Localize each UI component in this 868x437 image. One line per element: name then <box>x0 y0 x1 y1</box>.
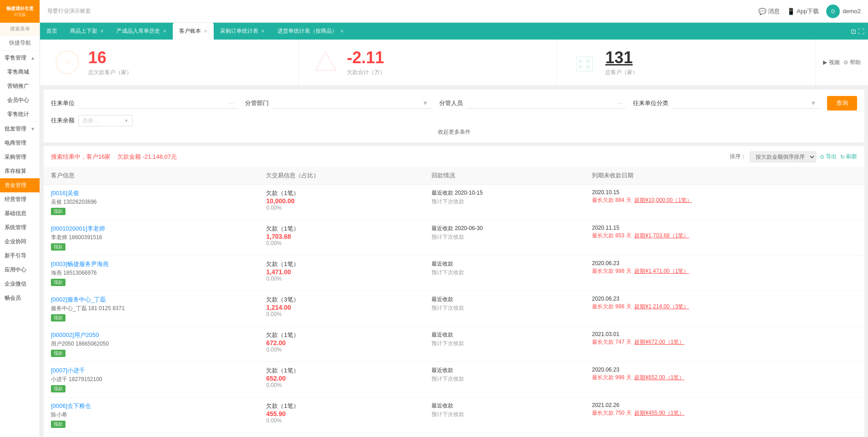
tab-bar: 首页 商品上下架 ✕ 产成品入库单历史 ✕ 客户账本 ✕ 采购订单统计表 ✕ 进… <box>40 23 868 40</box>
collapse-row: 收起更多条件 <box>51 128 857 136</box>
source-unit-input[interactable]: ··· <box>78 98 238 109</box>
customer-name[interactable]: [0016]吴俊 <box>51 189 251 197</box>
overdue-link[interactable]: 超期¥1,214.00（3笔） <box>634 303 689 310</box>
sidebar-item-ecom[interactable]: 电商管理 <box>0 136 40 150</box>
overdue-link[interactable]: 超期¥652.00（1笔） <box>634 374 684 381</box>
overdue-link[interactable]: 超期¥672.00（1笔） <box>634 339 684 345</box>
overdue-link[interactable]: 超期¥10,000.00（1笔） <box>634 197 692 203</box>
building-icon <box>571 49 598 76</box>
sidebar-item-apps[interactable]: 应用中心 <box>0 263 40 277</box>
unit-category-select[interactable]: ▼ <box>672 98 820 109</box>
filter-row-1: 往来单位 ··· 分管部门 ▼ 分管人员 <box>51 96 857 111</box>
expire-cell: 2020.06.23 最长欠款 998 天 超期¥1,471.00（1笔） <box>585 255 864 291</box>
sidebar-item-retail-mgmt[interactable]: 零售管理 ▲ <box>0 50 40 65</box>
tab-close-icon[interactable]: ✕ <box>204 29 207 34</box>
tab-home[interactable]: 首页 <box>40 23 64 40</box>
sidebar-item-quick-nav[interactable]: 快捷导航 <box>0 35 40 50</box>
table-row[interactable]: [0003]畅捷服务尹海燕 海燕 18513066976 现款 欠款（1笔） 1… <box>44 255 864 291</box>
sidebar-item-guide[interactable]: 新手引导 <box>0 249 40 263</box>
expire-cell: 2020.06.23 最长欠款 998 天 超期¥652.00（1笔） <box>585 362 864 397</box>
sidebar-item-retail-stats[interactable]: 零售统计 <box>0 107 40 121</box>
filter-row-2: 往来余额 选择... ▼ <box>51 115 857 126</box>
sidebar-item-wholesale[interactable]: 批发管理 ▼ <box>0 121 40 136</box>
debt-info-cell: 欠款（3笔） 1,214.00 0.00% <box>259 291 424 326</box>
filter-dept: 分管部门 ▼ <box>245 98 432 109</box>
export-btn[interactable]: ⊙ 导出 <box>820 153 837 161</box>
tab-inbound-history[interactable]: 产成品入库单历史 ✕ <box>110 23 173 40</box>
expire-date: 2020.06.23 <box>592 367 857 373</box>
customer-name[interactable]: [0007]小进千 <box>51 367 251 375</box>
tab-inbound-stats[interactable]: 进货单统计表（按商品） ✕ <box>271 23 350 40</box>
next-payment: 预计下次收款 <box>431 233 577 241</box>
collapse-btn[interactable]: 收起更多条件 <box>438 129 471 135</box>
table-row[interactable]: [0001020001]李老师 李老师 18600391516 现款 欠款（1笔… <box>44 220 864 255</box>
search-button[interactable]: 查询 <box>827 96 857 111</box>
expire-date: 2020.10.15 <box>592 189 857 196</box>
user-menu[interactable]: D demo2 <box>826 5 861 18</box>
tab-close-icon[interactable]: ✕ <box>100 29 104 34</box>
next-payment: 预计下次收款 <box>431 198 577 206</box>
customer-name[interactable]: [0001020001]李老师 <box>51 225 251 233</box>
avatar: D <box>826 5 840 18</box>
sort-select[interactable]: 按欠款金额倒序排序 <box>750 151 816 162</box>
expire-days: 最长欠款 998 天 超期¥1,214.00（3笔） <box>592 303 857 311</box>
main-area: 母婴行业演示账套 💬 消息 📱 App下载 D demo2 首页 商品上下架 ✕… <box>40 0 868 437</box>
search-menu-btn[interactable]: 搜索菜单 <box>0 23 40 35</box>
minimize-icon[interactable]: ⊡ <box>851 28 856 35</box>
tab-close-icon[interactable]: ✕ <box>163 29 166 34</box>
sidebar-item-system[interactable]: 系统管理 <box>0 221 40 235</box>
sidebar-item-retail-mall[interactable]: 零售商城 <box>0 65 40 79</box>
industry-label: 母婴行业演示账套 <box>47 7 91 15</box>
table-row[interactable]: [000002]用户2050 用户2050 18665062050 现款 欠款（… <box>44 326 864 362</box>
refresh-btn[interactable]: ↻ 刷新 <box>840 153 857 161</box>
tab-purchase-order-stats[interactable]: 采购订单统计表 ✕ <box>214 23 271 40</box>
debt-count: 欠款（1笔） <box>266 367 416 375</box>
message-btn[interactable]: 💬 消息 <box>758 7 780 15</box>
tab-close-icon[interactable]: ✕ <box>340 29 344 34</box>
table-row[interactable]: [0016]吴俊 吴俊 13026203696 现款 欠款（1笔） 10,000… <box>44 184 864 220</box>
sidebar-item-member2[interactable]: 畅会员 <box>0 291 40 305</box>
tab-product-listing[interactable]: 商品上下架 ✕ <box>64 23 110 40</box>
sidebar-item-purchase[interactable]: 采购管理 <box>0 150 40 164</box>
sidebar-item-operation[interactable]: 经营管理 <box>0 192 40 206</box>
sidebar-item-collab[interactable]: 企业协同 <box>0 235 40 249</box>
table-row[interactable]: [0006]去下粮仓 陈小希 现款 欠款（1笔） 455.90 0.00% 最近… <box>44 397 864 432</box>
table-row[interactable]: [0002]服务中心_丁磊 服务中心_丁磊 181 0125 8371 现款 欠… <box>44 291 864 326</box>
sidebar-item-marketing[interactable]: 营销推广 <box>0 79 40 93</box>
customer-name[interactable]: [000002]用户2050 <box>51 331 251 339</box>
view-video-btn[interactable]: ▶ 视频 <box>823 59 840 66</box>
overdue-link[interactable]: 超期¥455.90（1笔） <box>634 410 684 416</box>
maximize-icon[interactable]: ⛶ <box>858 28 864 35</box>
sidebar-item-finance[interactable]: 资金管理 <box>0 178 40 192</box>
help-btn[interactable]: ⊙ 帮助 <box>843 59 861 66</box>
chevron-down-icon-cat: ▼ <box>810 100 816 106</box>
sidebar-item-stock[interactable]: 库存核算 <box>0 164 40 178</box>
tab-customer-ledger[interactable]: 客户账本 ✕ <box>173 23 214 40</box>
sidebar-item-basic[interactable]: 基础信息 <box>0 206 40 221</box>
tab-close-icon[interactable]: ✕ <box>261 29 265 34</box>
customer-tag: 现款 <box>51 314 65 321</box>
customer-name[interactable]: [0002]服务中心_丁磊 <box>51 296 251 304</box>
table-row[interactable]: [000001]黄思源 黄思源 13552700226 现款 欠款（1笔） 42… <box>44 432 864 437</box>
expire-cell: 2020.10.15 最长欠款 884 天 超期¥10,000.00（1笔） <box>585 184 864 220</box>
table-row[interactable]: [0007]小进千 小进千 18279152100 现款 欠款（1笔） 652.… <box>44 362 864 397</box>
svg-text:!: ! <box>325 61 326 69</box>
overdue-link[interactable]: 超期¥1,471.00（1笔） <box>634 268 689 274</box>
sidebar-item-wechat[interactable]: 企业微信 <box>0 277 40 291</box>
debt-amount: 652.00 <box>266 375 416 382</box>
debt-ratio: 0.00% <box>266 205 416 211</box>
customer-info-cell: [0002]服务中心_丁磊 服务中心_丁磊 181 0125 8371 现款 <box>44 291 259 326</box>
debt-count: 欠款（1笔） <box>266 225 416 233</box>
app-download-btn[interactable]: 📱 App下载 <box>787 7 819 15</box>
customer-name[interactable]: [0003]畅捷服务尹海燕 <box>51 260 251 268</box>
expire-cell: 2021.03.01 最长欠款 747 天 超期¥672.00（1笔） <box>585 326 864 362</box>
customer-tag: 现款 <box>51 385 65 392</box>
sidebar-item-member[interactable]: 会员中心 <box>0 93 40 107</box>
play-icon: ▶ <box>823 59 827 65</box>
dept-select[interactable]: ▼ <box>272 98 432 109</box>
person-input[interactable]: ··· <box>467 98 626 109</box>
overdue-link[interactable]: 超期¥1,703.68（1笔） <box>634 232 689 239</box>
customer-name[interactable]: [0006]去下粮仓 <box>51 402 251 410</box>
balance-dropdown[interactable]: 选择... ▼ <box>78 115 133 126</box>
expire-cell: 2020.11.15 最长欠款 853 天 超期¥1,703.68（1笔） <box>585 220 864 255</box>
